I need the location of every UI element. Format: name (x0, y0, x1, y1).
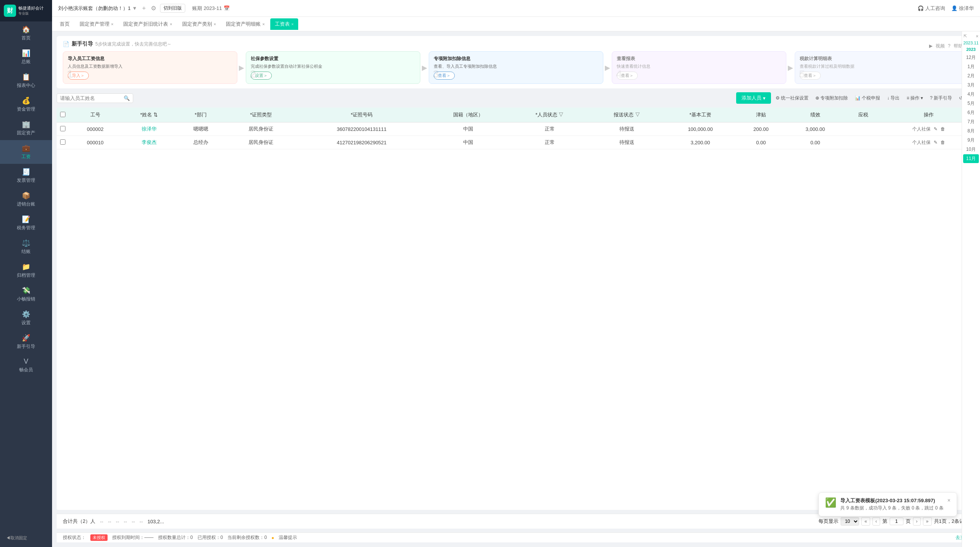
tab-固定资产明细账[interactable]: 固定资产明细账× (221, 18, 269, 30)
operations-btn[interactable]: ≡ 操作 ▾ (904, 93, 925, 103)
sidebar-label-payroll: 工资 (21, 153, 31, 160)
guide-arrow-2: ▶ (420, 64, 429, 72)
row-checkbox-0[interactable] (60, 126, 65, 131)
tab-close-4[interactable]: × (262, 22, 265, 26)
tab-工资表[interactable]: 工资表× (270, 18, 298, 30)
sidebar-item-reports[interactable]: 📋报表中心 (0, 69, 52, 93)
cell-name-0[interactable]: 徐泽华 (122, 122, 176, 136)
export-btn[interactable]: ↓ 导出 (885, 93, 902, 103)
sidebar-label-settings: 设置 (21, 320, 31, 326)
op-delete-1[interactable]: 🗑 (941, 140, 945, 145)
sidebar-label-ledger: 总账 (21, 59, 31, 65)
sidebar-bottom: ◀取消固定 (0, 529, 52, 547)
sidebar-item-home[interactable]: 🏠首页 (0, 21, 52, 45)
cell-send-status-0: 待报送 (589, 122, 664, 136)
footer-dash-3: -- (116, 519, 119, 524)
sidebar-item-invoice[interactable]: 🧾发票管理 (0, 164, 52, 188)
deduction-icon: ⊕ (815, 95, 819, 101)
tab-close-5[interactable]: × (291, 22, 294, 26)
guide-step-4: 查看报表 快速查看统计信息 查看＞ 4 (612, 51, 786, 84)
calendar-months: 202312月1月2月3月4月5月6月7月8月9月10月11月 (963, 46, 979, 163)
cal-month-10月[interactable]: 10月 (963, 145, 979, 154)
tab-close-1[interactable]: × (111, 22, 113, 26)
new-guide-btn[interactable]: ? 新手引导 (928, 93, 954, 103)
prev-page-btn[interactable]: ‹ (872, 517, 880, 526)
warn-label: 温馨提示 (279, 534, 297, 541)
sidebar-item-funds[interactable]: 💰资金管理 (0, 93, 52, 116)
cal-month-1月[interactable]: 1月 (963, 62, 979, 71)
cal-month-6月[interactable]: 6月 (963, 108, 979, 117)
tax-filing-btn[interactable]: 📊 个税申报 (853, 93, 882, 103)
cal-expand-btn[interactable]: ⇱ (964, 34, 967, 39)
op-delete-0[interactable]: 🗑 (941, 126, 945, 132)
sidebar-item-payroll[interactable]: 💼工资 (0, 140, 52, 164)
guide-arrow-3: ▶ (603, 64, 612, 72)
op-edit-1[interactable]: ✎ (934, 140, 938, 145)
calendar-icon[interactable]: 📅 (224, 5, 230, 11)
sidebar-item-ledger[interactable]: 📊总账 (0, 45, 52, 69)
toast-close-btn[interactable]: × (947, 497, 951, 503)
account-dropdown-icon[interactable]: ▼ (132, 5, 137, 11)
op-edit-0[interactable]: ✎ (934, 126, 938, 132)
data-table: 工号 *姓名 ⇅ *部门 *证照类型 *证照号码 国籍（地区） *人员状态 ▽ … (57, 108, 975, 149)
page-size-select[interactable]: 10 20 50 (841, 517, 859, 526)
cell-id-type-1: 居民身份证 (225, 136, 297, 149)
cell-name-1[interactable]: 李俊杰 (122, 136, 176, 149)
tab-close-2[interactable]: × (170, 22, 172, 26)
cell-country-0: 中国 (426, 122, 510, 136)
next-page-btn[interactable]: › (913, 517, 921, 526)
op-social-0[interactable]: 个人社保 (912, 126, 931, 132)
sidebar-item-settings[interactable]: ⚙️设置 (0, 306, 52, 330)
sidebar-item-close[interactable]: ⚖️结账 (0, 235, 52, 259)
cal-month-9月[interactable]: 9月 (963, 136, 979, 145)
tab-首页[interactable]: 首页 (55, 18, 74, 30)
cal-month-3月[interactable]: 3月 (963, 81, 979, 90)
remain-auth-label: 当前剩余授权数：0 (227, 534, 267, 541)
user-menu[interactable]: 👤 徐泽华 (951, 5, 974, 12)
search-input[interactable] (60, 95, 122, 101)
cal-month-11月[interactable]: 11月 (963, 154, 979, 163)
cell-allowance-1: 0.00 (736, 136, 786, 149)
first-page-btn[interactable]: « (861, 517, 870, 526)
unified-social-insurance-btn[interactable]: ⚙ 统一社保设置 (773, 93, 811, 103)
select-all-checkbox[interactable] (60, 112, 65, 117)
cal-month-8月[interactable]: 8月 (963, 127, 979, 136)
row-checkbox-1[interactable] (60, 139, 65, 145)
sidebar-item-guide[interactable]: 🚀新手引导 (0, 330, 52, 354)
guide-banner: 📄 新手引导 5步快速完成设置，快去完善信息吧～ ▶ 视频 ? 帮助 × 导入员… (57, 36, 975, 88)
cal-month-2月[interactable]: 2月 (963, 72, 979, 80)
page-input[interactable] (890, 518, 903, 525)
sidebar-item-expense[interactable]: 💸小畅报销 (0, 282, 52, 306)
special-deduction-btn[interactable]: ⊕ 专项附加扣除 (813, 93, 850, 103)
search-icon[interactable]: 🔍 (124, 95, 130, 101)
add-account-icon[interactable]: ＋ (141, 4, 147, 12)
tab-固定资产折旧统计表[interactable]: 固定资产折旧统计表× (119, 18, 176, 30)
cal-month-2023[interactable]: 2023 (963, 46, 979, 53)
last-page-btn[interactable]: » (923, 517, 932, 526)
sidebar-item-member[interactable]: V畅会员 (0, 354, 52, 377)
service-btn[interactable]: 🎧 人工咨询 (918, 5, 945, 12)
video-label[interactable]: 视频 (936, 43, 945, 49)
version-switch-btn[interactable]: 切到旧版 (160, 4, 185, 13)
sidebar-item-archive[interactable]: 📁归档管理 (0, 259, 52, 282)
sidebar-item-assets[interactable]: 🏢固定资产 (0, 116, 52, 140)
cal-month-7月[interactable]: 7月 (963, 118, 979, 126)
settings-icon[interactable]: ⚙ (151, 5, 156, 12)
sidebar-item-inventory[interactable]: 📦进销台账 (0, 188, 52, 211)
account-selector[interactable]: 刘小艳演示账套（勿删勿动！）1 ▼ (58, 5, 137, 12)
guide-step-title-3: 专项附加扣除信息 (434, 56, 598, 62)
cal-month-5月[interactable]: 5月 (963, 99, 979, 108)
cancel-fixed-btn[interactable]: ◀取消固定 (4, 533, 48, 543)
cal-month-4月[interactable]: 4月 (963, 90, 979, 99)
sidebar-item-tax[interactable]: 📝税务管理 (0, 211, 52, 235)
add-person-btn[interactable]: 添加人员 ▾ (736, 92, 771, 104)
toast-success-icon: ✅ (825, 497, 836, 508)
cell-status-1: 正常 (510, 136, 590, 149)
tab-固定资产类别[interactable]: 固定资产类别× (178, 18, 220, 30)
op-social-1[interactable]: 个人社保 (912, 140, 931, 145)
cal-month-12月[interactable]: 12月 (963, 53, 979, 62)
cal-close-btn[interactable]: × (976, 34, 978, 39)
tab-close-3[interactable]: × (214, 22, 216, 26)
tab-固定资产管理[interactable]: 固定资产管理× (75, 18, 118, 30)
sidebar-nav: 🏠首页📊总账📋报表中心💰资金管理🏢固定资产💼工资🧾发票管理📦进销台账📝税务管理⚖… (0, 21, 52, 529)
